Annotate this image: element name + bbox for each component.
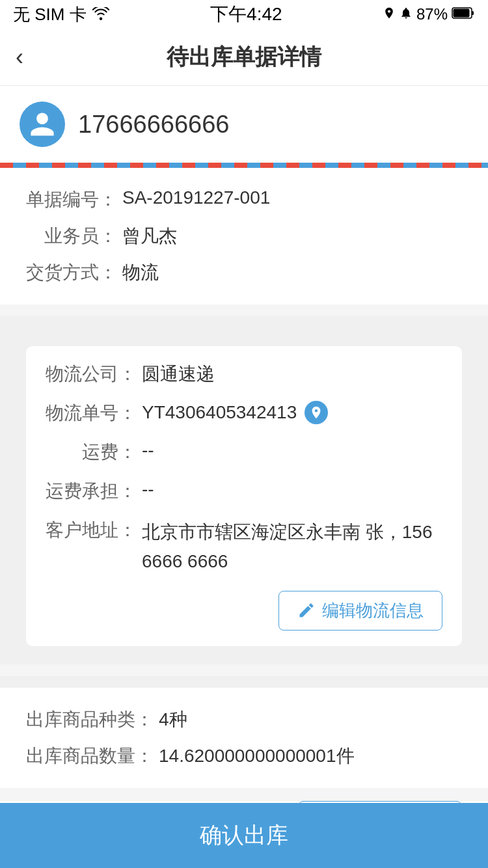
address-label: 客户地址： — [46, 518, 137, 543]
carrier-text: 无 SIM 卡 — [13, 3, 87, 26]
address-row: 客户地址： 北京市市辖区海淀区永丰南 张，156 6666 6666 — [46, 518, 442, 576]
status-time: 下午4:42 — [210, 2, 282, 27]
logistics-company-label: 物流公司： — [46, 362, 137, 387]
logistics-company-value: 圆通速递 — [137, 362, 442, 387]
goods-quantity-value: 14.620000000000001件 — [154, 744, 462, 768]
tracking-number: YT4306405342413 — [142, 402, 297, 423]
salesperson-label: 业务员： — [26, 224, 117, 249]
goods-types-row: 出库商品种类： 4种 — [26, 707, 462, 732]
freight-bearer-value: -- — [137, 479, 442, 500]
delivery-label: 交货方式： — [26, 260, 117, 285]
edit-logistics-label: 编辑物流信息 — [322, 599, 424, 622]
freight-bearer-row: 运费承担： -- — [46, 479, 442, 504]
edit-logistics-button[interactable]: 编辑物流信息 — [278, 591, 442, 631]
wifi-icon — [92, 5, 110, 25]
delivery-row: 交货方式： 物流 — [26, 260, 462, 285]
freight-row: 运费： -- — [46, 440, 442, 465]
confirm-button-bar[interactable]: 确认出库 — [0, 803, 488, 868]
page-title: 待出库单据详情 — [167, 42, 321, 72]
order-info-section: 单据编号： SA-20191227-001 业务员： 曾凡杰 交货方式： 物流 — [0, 168, 488, 305]
battery-icon — [452, 5, 475, 23]
location-status-icon — [383, 5, 396, 23]
phone-number: 17666666666 — [78, 111, 229, 139]
salesperson-row: 业务员： 曾凡杰 — [26, 224, 462, 249]
goods-quantity-row: 出库商品数量： 14.620000000000001件 — [26, 744, 462, 768]
svg-rect-1 — [454, 9, 470, 18]
tracking-value-container: YT4306405342413 — [137, 401, 442, 424]
battery-text: 87% — [416, 5, 448, 23]
back-button[interactable]: ‹ — [16, 44, 23, 71]
freight-value: -- — [137, 440, 442, 461]
section-separator-2 — [0, 676, 488, 688]
dashed-divider — [0, 163, 488, 168]
svg-rect-2 — [472, 11, 474, 15]
phone-header: 17666666666 — [0, 86, 488, 163]
status-bar: 无 SIM 卡 下午4:42 87% — [0, 0, 488, 29]
goods-types-value: 4种 — [154, 707, 462, 732]
tracking-location-icon[interactable] — [305, 401, 328, 424]
logistics-section: 物流公司： 圆通速递 物流单号： YT4306405342413 运费： -- … — [0, 328, 488, 664]
goods-section: 出库商品种类： 4种 出库商品数量： 14.620000000000001件 — [0, 688, 488, 788]
address-value: 北京市市辖区海淀区永丰南 张，156 6666 6666 — [137, 518, 442, 576]
freight-bearer-label: 运费承担： — [46, 479, 137, 504]
tracking-row: 物流单号： YT4306405342413 — [46, 401, 442, 426]
order-no-row: 单据编号： SA-20191227-001 — [26, 187, 462, 212]
order-no-value: SA-20191227-001 — [117, 187, 462, 208]
goods-quantity-label: 出库商品数量： — [26, 744, 154, 768]
freight-label: 运费： — [46, 440, 137, 465]
confirm-btn-label: 确认出库 — [200, 821, 288, 850]
alarm-icon — [400, 5, 413, 23]
goods-types-label: 出库商品种类： — [26, 707, 154, 732]
order-no-label: 单据编号： — [26, 187, 117, 212]
edit-btn-row: 编辑物流信息 — [46, 591, 442, 631]
status-right: 87% — [383, 5, 475, 23]
section-separator-1 — [0, 316, 488, 328]
status-left: 无 SIM 卡 — [13, 3, 110, 26]
nav-bar: ‹ 待出库单据详情 — [0, 29, 488, 86]
tracking-label: 物流单号： — [46, 401, 137, 426]
avatar — [20, 102, 65, 147]
logistics-card: 物流公司： 圆通速递 物流单号： YT4306405342413 运费： -- … — [26, 346, 462, 646]
logistics-company-row: 物流公司： 圆通速递 — [46, 362, 442, 387]
delivery-value: 物流 — [117, 260, 462, 285]
salesperson-value: 曾凡杰 — [117, 224, 462, 249]
